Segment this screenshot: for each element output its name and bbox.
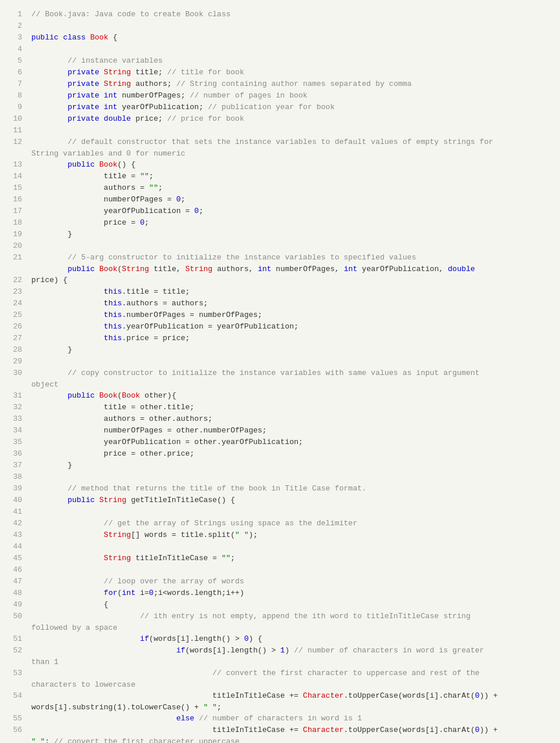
line-num-36: 36 xyxy=(5,448,22,460)
line-num-28: 28 xyxy=(5,344,22,356)
line-num-23: 23 xyxy=(5,286,22,298)
code-line-15: 15 authors = ""; xyxy=(0,182,560,194)
line-num-44: 44 xyxy=(5,541,22,553)
line-content-53: // convert the first character to upperc… xyxy=(31,668,555,690)
code-line-54: 54 titleInTitleCase += Character.toUpper… xyxy=(0,690,560,713)
code-line-27: 27 this.price = price; xyxy=(0,333,560,344)
line-num-22: 22 xyxy=(5,275,22,286)
line-num-31: 31 xyxy=(5,390,22,402)
code-line-12: 12 // default constructor that sets the … xyxy=(0,136,560,159)
code-line-18: 18 price = 0; xyxy=(0,217,560,229)
code-line-25: 25 this.numberOfPages = numberOfPages; xyxy=(0,309,560,321)
line-content-45: String titleInTitleCase = ""; xyxy=(31,553,555,564)
code-line-11: 11 xyxy=(0,125,560,136)
code-line-41: 41 xyxy=(0,506,560,518)
line-content-3: public class Book { xyxy=(31,32,555,44)
line-num-17: 17 xyxy=(5,205,22,217)
line-content-31: public Book(Book other){ xyxy=(31,390,555,402)
line-content-12: // default constructor that sets the ins… xyxy=(31,136,555,159)
line-content-54: titleInTitleCase += Character.toUpperCas… xyxy=(31,690,555,713)
line-num-15: 15 xyxy=(5,182,22,194)
line-num-43: 43 xyxy=(5,529,22,541)
line-num-10: 10 xyxy=(5,113,22,125)
line-num-13: 13 xyxy=(5,159,22,171)
code-line-50: 50 // ith entry is not empty, append the… xyxy=(0,611,560,633)
line-num-53: 53 xyxy=(5,668,22,679)
line-content-18: price = 0; xyxy=(31,217,555,229)
code-line-37: 37 } xyxy=(0,460,560,471)
line-num-32: 32 xyxy=(5,402,22,413)
code-line-13: 13 public Book() { xyxy=(0,159,560,171)
line-content-37: } xyxy=(31,460,555,471)
line-num-42: 42 xyxy=(5,518,22,529)
code-line-44: 44 xyxy=(0,541,560,553)
code-line-22: 22 price) { xyxy=(0,275,560,286)
code-line-46: 46 xyxy=(0,564,560,576)
line-num-40: 40 xyxy=(5,495,22,506)
line-content-25: this.numberOfPages = numberOfPages; xyxy=(31,309,555,321)
code-line-49: 49 { xyxy=(0,599,560,611)
code-line-52: 52 if(words[i].length() > 1) // number o… xyxy=(0,645,560,668)
line-num-6: 6 xyxy=(5,67,22,78)
line-num-33: 33 xyxy=(5,413,22,425)
code-line-21: 21 // 5-arg constructor to initialize th… xyxy=(0,252,560,275)
code-line-5: 5 // instance variables xyxy=(0,55,560,67)
code-line-40: 40 public String getTitleInTitleCase() { xyxy=(0,495,560,506)
line-num-30: 30 xyxy=(5,367,22,379)
code-line-7: 7 private String authors; // String cont… xyxy=(0,78,560,90)
line-num-14: 14 xyxy=(5,171,22,182)
line-num-29: 29 xyxy=(5,356,22,367)
line-content-6: private String title; // title for book xyxy=(31,67,555,78)
code-line-35: 35 yearOfPublication = other.yearOfPubli… xyxy=(0,437,560,448)
code-line-36: 36 price = other.price; xyxy=(0,448,560,460)
line-num-38: 38 xyxy=(5,471,22,483)
line-content-15: authors = ""; xyxy=(31,182,555,194)
line-num-47: 47 xyxy=(5,576,22,587)
code-line-42: 42 // get the array of Strings using spa… xyxy=(0,518,560,529)
line-content-51: if(words[i].length() > 0) { xyxy=(31,633,555,645)
code-line-1: 1 // Book.java: Java code to create Book… xyxy=(0,9,560,20)
line-num-48: 48 xyxy=(5,587,22,599)
line-num-27: 27 xyxy=(5,333,22,344)
code-line-19: 19 } xyxy=(0,229,560,240)
line-content-14: title = ""; xyxy=(31,171,555,182)
line-content-26: this.yearOfPublication = yearOfPublicati… xyxy=(31,321,555,333)
code-line-32: 32 title = other.title; xyxy=(0,402,560,413)
line-num-8: 8 xyxy=(5,90,22,102)
line-content-34: numberOfPages = other.numberOfPages; xyxy=(31,425,555,437)
line-content-56: titleInTitleCase += Character.toUpperCas… xyxy=(31,724,555,743)
line-num-4: 4 xyxy=(5,44,22,55)
line-num-11: 11 xyxy=(5,125,22,136)
code-line-24: 24 this.authors = authors; xyxy=(0,298,560,309)
code-line-48: 48 for(int i=0;i<words.length;i++) xyxy=(0,587,560,599)
line-content-13: public Book() { xyxy=(31,159,555,171)
code-line-10: 10 private double price; // price for bo… xyxy=(0,113,560,125)
line-num-35: 35 xyxy=(5,437,22,448)
code-line-26: 26 this.yearOfPublication = yearOfPublic… xyxy=(0,321,560,333)
line-content-50: // ith entry is not empty, append the it… xyxy=(31,611,555,633)
line-num-54: 54 xyxy=(5,690,22,702)
code-container: 1 // Book.java: Java code to create Book… xyxy=(0,6,560,743)
code-line-30: 30 // copy constructor to initialize the… xyxy=(0,367,560,390)
line-num-56: 56 xyxy=(5,724,22,736)
code-line-2: 2 xyxy=(0,20,560,32)
line-content-47: // loop over the array of words xyxy=(31,576,555,587)
line-content-22: price) { xyxy=(31,275,555,286)
code-line-53: 53 // convert the first character to upp… xyxy=(0,668,560,690)
line-content-8: private int numberOfPages; // number of … xyxy=(31,90,555,102)
code-line-39: 39 // method that returns the title of t… xyxy=(0,483,560,495)
line-content-24: this.authors = authors; xyxy=(31,298,555,309)
line-num-1: 1 xyxy=(5,9,22,20)
line-num-24: 24 xyxy=(5,298,22,309)
line-content-55: else // number of characters in word is … xyxy=(31,713,555,724)
line-num-26: 26 xyxy=(5,321,22,333)
line-num-51: 51 xyxy=(5,633,22,645)
code-line-34: 34 numberOfPages = other.numberOfPages; xyxy=(0,425,560,437)
line-num-45: 45 xyxy=(5,553,22,564)
line-content-27: this.price = price; xyxy=(31,333,555,344)
code-line-51: 51 if(words[i].length() > 0) { xyxy=(0,633,560,645)
line-content-43: String[] words = title.split(" "); xyxy=(31,529,555,541)
line-num-7: 7 xyxy=(5,78,22,90)
line-num-34: 34 xyxy=(5,425,22,437)
code-line-9: 9 private int yearOfPublication; // publ… xyxy=(0,102,560,113)
